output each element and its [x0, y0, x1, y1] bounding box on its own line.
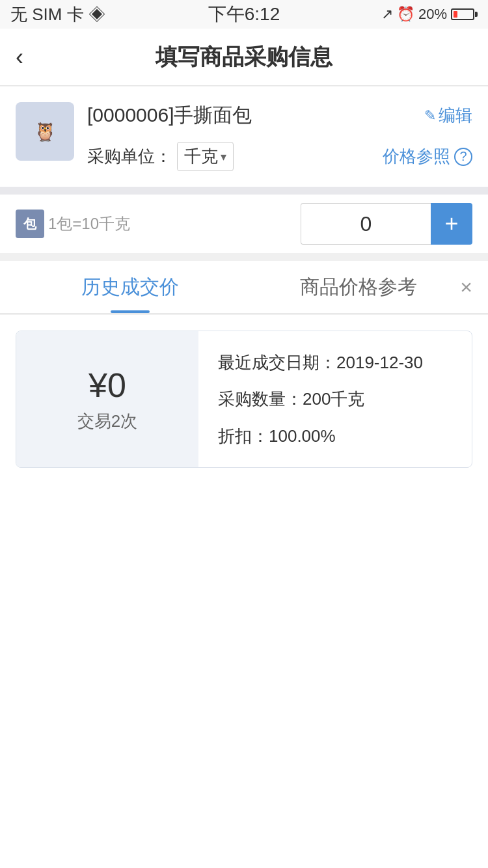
separator — [0, 187, 488, 195]
qty-unit-hint: 1包=10千克 — [48, 213, 130, 234]
product-unit-row: 采购单位： 千克 ▾ 价格参照 ? — [87, 142, 472, 171]
page-title: 填写商品采购信息 — [156, 42, 332, 72]
product-info: [0000006]手撕面包 ✎ 编辑 采购单位： 千克 ▾ 价格参照 ? — [87, 102, 472, 171]
unit-label: 采购单位： — [87, 145, 172, 168]
status-left: 无 SIM 卡 ◈ — [10, 3, 105, 26]
edit-button[interactable]: ✎ 编辑 — [424, 104, 472, 127]
qty-unit-icon: 包 — [16, 210, 44, 238]
price-card: ¥0 交易2次 最近成交日期：2019-12-30 采购数量：200千克 折扣：… — [16, 331, 472, 468]
tabs-bar: 历史成交价 商品价格参考 × — [0, 261, 488, 314]
status-time: 下午6:12 — [208, 2, 280, 27]
edit-label: 编辑 — [439, 104, 472, 127]
close-button[interactable]: × — [460, 275, 472, 299]
tab-history-price[interactable]: 历史成交价 — [16, 261, 244, 313]
alarm-icon: ⏰ — [397, 6, 414, 23]
edit-icon: ✎ — [424, 107, 436, 124]
price-ref-button[interactable]: 价格参照 ? — [383, 145, 472, 168]
product-header: [0000006]手撕面包 ✎ 编辑 — [87, 102, 472, 129]
status-right: ↗ ⏰ 20% — [381, 6, 478, 23]
product-thumbnail: 🦉 — [16, 102, 74, 161]
product-name: [0000006]手撕面包 — [87, 102, 252, 129]
battery-percent: 20% — [418, 6, 447, 23]
discount: 折扣：100.00% — [218, 424, 452, 448]
product-card: 🦉 [0000006]手撕面包 ✎ 编辑 采购单位： 千克 ▾ 价格参照 ? — [0, 87, 488, 187]
bottom-area — [0, 483, 488, 868]
unit-value: 千克 — [184, 145, 218, 168]
tab-history-label: 历史成交价 — [81, 274, 179, 301]
price-trade-count: 交易2次 — [77, 410, 137, 433]
back-button[interactable]: ‹ — [16, 44, 23, 71]
quantity-row: 包 1包=10千克 0 + — [0, 195, 488, 253]
price-ref-question-icon: ? — [454, 148, 472, 166]
qty-input-area: 0 + — [141, 203, 472, 245]
tab-underline — [111, 310, 150, 313]
qty-plus-button[interactable]: + — [431, 203, 472, 245]
status-bar: 无 SIM 卡 ◈ 下午6:12 ↗ ⏰ 20% — [0, 0, 488, 29]
unit-select[interactable]: 千克 ▾ — [177, 142, 234, 171]
dropdown-icon: ▾ — [221, 150, 226, 164]
price-amount: ¥0 — [88, 366, 126, 405]
product-thumb-icon: 🦉 — [34, 121, 57, 142]
price-card-right: 最近成交日期：2019-12-30 采购数量：200千克 折扣：100.00% — [198, 331, 472, 467]
location-icon: ↗ — [381, 6, 393, 23]
tab-price-ref-label: 商品价格参考 — [300, 274, 417, 301]
price-ref-label: 价格参照 — [383, 145, 450, 168]
price-card-left: ¥0 交易2次 — [16, 331, 198, 467]
history-price-section: ¥0 交易2次 最近成交日期：2019-12-30 采购数量：200千克 折扣：… — [0, 315, 488, 483]
qty-input[interactable]: 0 — [301, 203, 431, 245]
nav-bar: ‹ 填写商品采购信息 — [0, 29, 488, 86]
purchase-qty: 采购数量：200千克 — [218, 387, 452, 411]
qty-unit-box: 包 1包=10千克 — [16, 210, 130, 238]
battery-icon — [451, 8, 478, 20]
tab-product-price-ref[interactable]: 商品价格参考 — [244, 261, 472, 313]
recent-date: 最近成交日期：2019-12-30 — [218, 351, 452, 374]
